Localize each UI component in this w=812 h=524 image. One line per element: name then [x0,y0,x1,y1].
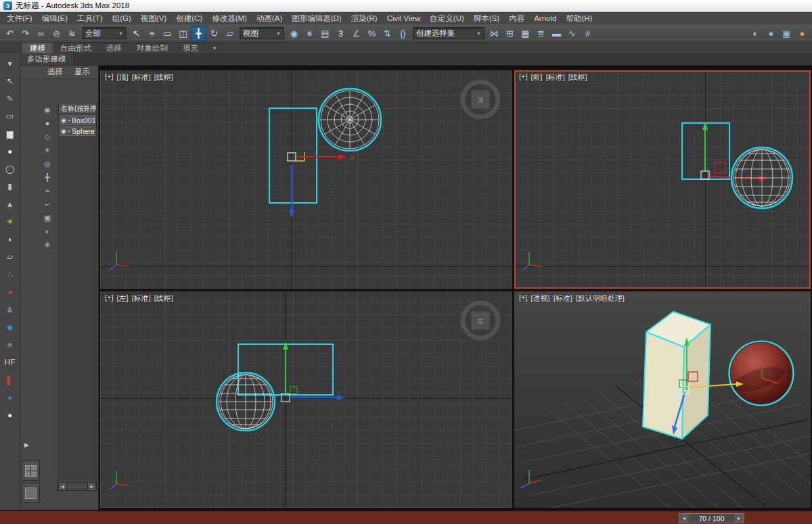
pole-icon[interactable]: ▌ [3,371,18,389]
viewport-label-part[interactable]: [标准] [132,293,151,304]
explorer-geometry-filter-icon[interactable]: ● [41,116,54,130]
viewport-perspective[interactable]: [+][透视][标准][默认明暗处理] [514,291,811,508]
menu-scripting[interactable]: 脚本(S) [469,12,504,24]
biped-icon[interactable]: ♟ [3,301,18,318]
explorer-menu-display[interactable]: 显示 [74,67,90,77]
rendered-frame-icon[interactable]: ▣ [779,26,794,41]
named-selection-sets-dropdown[interactable]: 创建选择集 ▼ [413,27,484,39]
toggle-ribbon-icon[interactable]: ▬ [549,26,564,41]
box-wireframe[interactable] [269,108,317,203]
sphere-wireframe[interactable] [731,147,792,208]
select-and-link-icon[interactable]: ∞ [33,26,49,41]
viewport-label-part[interactable]: [+] [105,293,114,304]
visibility-eye-icon[interactable]: ◉ [61,128,66,135]
plane-primitive-icon[interactable]: ▱ [3,248,18,266]
menu-graph-editors[interactable]: 图形编辑器(D) [287,12,346,24]
select-and-move-icon[interactable]: ╋ [191,26,206,41]
bind-to-space-warp-icon[interactable]: ≋ [64,26,80,41]
material-editor-icon[interactable]: ◐ [748,26,763,41]
explorer-materials-filter-icon[interactable]: ◐ [41,224,54,238]
viewport-label-part[interactable]: [线框] [568,72,587,82]
viewport-label-part[interactable]: [标准] [132,72,151,82]
select-and-manipulate-icon[interactable]: ∗ [302,26,317,41]
rectangular-selection-icon[interactable]: ▭ [160,26,175,41]
menu-create[interactable]: 创建(C) [171,12,207,24]
marquee-icon[interactable]: ▭ [3,108,18,125]
name-column-header[interactable]: 名称(按升序排... [59,103,96,114]
explorer-shapes-filter-icon[interactable]: ◇ [41,130,54,143]
viewport-label-part[interactable]: [+] [519,293,528,304]
cone-primitive-icon[interactable]: ▲ [3,195,18,213]
scene-object-row[interactable]: ◉ ● Sphere001 [60,126,95,136]
sphere-primitive-icon[interactable]: ● [3,143,18,160]
blue-sphere-icon[interactable]: ● [3,389,18,406]
menu-views[interactable]: 视图(V) [136,12,171,24]
move-gizmo[interactable] [281,341,345,402]
explorer-cameras-filter-icon[interactable]: ◎ [41,157,54,170]
select-object-icon[interactable]: ↖ [129,26,144,41]
viewport-label-part[interactable]: [标准] [554,293,572,304]
explorer-pick-icon[interactable]: ◉ [41,103,54,116]
menu-content[interactable]: 内容 [504,12,529,24]
render-setup-icon[interactable]: ● [763,26,779,41]
explorer-containers-filter-icon[interactable]: ▣ [41,211,54,224]
ribbon-tab-modeling[interactable]: 建模 [22,43,53,53]
explorer-horizontal-scrollbar[interactable]: ◂ ▸ [58,482,97,491]
viewcube[interactable]: 左 [463,303,498,338]
menu-civil-view[interactable]: Civil View [382,12,426,24]
menu-arnold[interactable]: Arnold [529,12,561,24]
keyboard-override-icon[interactable]: ▤ [317,26,333,41]
select-cursor-icon[interactable]: ↖ [3,72,18,90]
mirror-icon[interactable]: ⋈ [487,26,502,41]
white-sphere-icon[interactable]: ● [3,406,18,424]
viewport-front[interactable]: [+][前][标准][线框] [514,70,811,289]
explorer-frozen-filter-icon[interactable]: ❄ [41,238,54,252]
edit-named-selection-sets-icon[interactable]: {} [395,26,411,41]
unlink-selection-icon[interactable]: ⊘ [49,26,64,41]
sun-light-icon[interactable]: ☀ [3,213,18,231]
scene-object-row[interactable]: ◉ ● Box001 [60,115,95,125]
scroll-track[interactable] [67,483,87,490]
sphere-wireframe[interactable] [319,89,381,151]
snap-toggle-3d-icon[interactable]: 3 [333,26,348,41]
schematic-view-icon[interactable]: # [580,26,595,41]
curve-editor-icon[interactable]: ∿ [564,26,580,41]
viewcube[interactable]: 顶 [463,82,498,117]
torus-primitive-icon[interactable]: ◯ [3,160,18,178]
viewport-canvas-perspective[interactable] [514,291,811,508]
use-pivot-center-icon[interactable]: ◉ [286,26,302,41]
track-bar[interactable]: ◂ 70 / 100 ▸ [0,510,812,524]
window-crossing-icon[interactable]: ◫ [175,26,191,41]
viewport-layout-tab-single[interactable] [22,483,40,503]
viewport-canvas-top[interactable]: x 顶 [100,70,512,289]
select-and-rotate-icon[interactable]: ↻ [206,26,222,41]
viewport-top[interactable]: [+][顶][标准][线框] [100,70,512,289]
redo-icon[interactable]: ↷ [18,26,33,41]
scroll-left-button[interactable]: ◂ [58,483,67,490]
ribbon-tab-selection[interactable]: 选择 [99,43,129,53]
explorer-bones-filter-icon[interactable]: ⌐ [41,197,54,211]
menu-help[interactable]: 帮助(H) [561,12,597,24]
ribbon-config-dropdown-icon[interactable]: ▼ [206,43,223,53]
ribbon-tab-populate[interactable]: 填充 [175,43,206,53]
cylinder-primitive-icon[interactable]: ▮ [3,178,18,195]
viewport-label-part[interactable]: [透视] [531,293,550,304]
viewport-label-part[interactable]: [默认明暗处理] [576,293,625,304]
menu-edit[interactable]: 编辑(E) [37,12,72,24]
box-primitive-icon[interactable]: ▆ [3,125,18,143]
teapot-primitive-icon[interactable]: ◗ [3,231,18,248]
toggle-layer-explorer-icon[interactable]: ≣ [533,26,549,41]
toggle-scene-explorer-icon[interactable]: ▦ [518,26,533,41]
menu-group[interactable]: 组(G) [108,12,136,24]
explorer-warps-filter-icon[interactable]: ≈ [41,184,54,197]
viewport-label-part[interactable]: [线框] [154,293,173,304]
particles-icon[interactable]: ∴ [3,266,18,283]
explorer-helpers-filter-icon[interactable]: ╋ [41,170,54,184]
viewport-canvas-front[interactable] [514,70,811,289]
select-by-name-icon[interactable]: ≡ [144,26,160,41]
percent-snap-icon[interactable]: % [364,26,380,41]
menu-customize[interactable]: 自定义(U) [425,12,468,24]
reference-coordinate-dropdown[interactable]: 视图 ▼ [240,27,284,39]
select-and-scale-icon[interactable]: ▱ [222,26,238,41]
menu-modifiers[interactable]: 修改器(M) [207,12,252,24]
